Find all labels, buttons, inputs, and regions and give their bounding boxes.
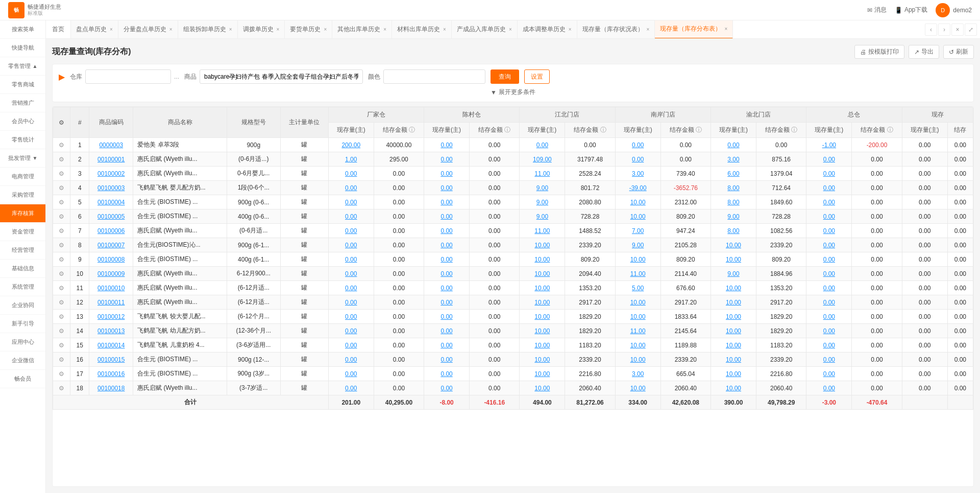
sidebar-item-member2[interactable]: 畅会员: [0, 370, 45, 388]
sidebar-item-marketing[interactable]: 营销推广: [0, 94, 45, 112]
row-gear[interactable]: ⚙: [53, 209, 70, 224]
sidebar-item-member[interactable]: 会员中心: [0, 112, 45, 131]
sidebar-item-finance[interactable]: 资金管理: [0, 223, 45, 241]
sidebar-item-basic[interactable]: 基础信息: [0, 260, 45, 278]
row-ys[interactable]: 10.00: [710, 310, 756, 324]
row-code[interactable]: 00100014: [89, 338, 133, 353]
row-ns[interactable]: 11.00: [615, 267, 660, 281]
expand-conditions-btn[interactable]: ▼ 展开更多条件: [491, 88, 535, 97]
row-gear[interactable]: ⚙: [53, 267, 70, 281]
warehouse-dots[interactable]: ...: [174, 73, 179, 80]
row-cs[interactable]: 0.00: [328, 281, 374, 295]
row-cs[interactable]: 0.00: [328, 381, 374, 395]
tab-close-all-btn[interactable]: ×: [951, 24, 964, 36]
row-js[interactable]: 10.00: [520, 381, 565, 395]
row-ts[interactable]: 0.00: [806, 338, 852, 353]
tab-item-10[interactable]: 现存量（库存分布表） ×: [655, 20, 733, 39]
row-ys[interactable]: 10.00: [710, 281, 756, 295]
row-ccs[interactable]: 0.00: [424, 238, 469, 252]
row-js[interactable]: 10.00: [520, 281, 565, 295]
row-gear[interactable]: ⚙: [53, 195, 70, 209]
row-ys[interactable]: 10.00: [710, 367, 756, 381]
row-ys[interactable]: 8.00: [710, 181, 756, 195]
sidebar-item-operations[interactable]: 经营管理: [0, 241, 45, 260]
row-ys[interactable]: 10.00: [710, 295, 756, 310]
row-js[interactable]: 9.00: [520, 195, 565, 209]
sidebar-item-retail-shop[interactable]: 零售商城: [0, 76, 45, 94]
row-js[interactable]: 10.00: [520, 252, 565, 267]
tab-close-9[interactable]: ×: [647, 27, 650, 32]
row-code[interactable]: 00100006: [89, 224, 133, 238]
row-ys[interactable]: 10.00: [710, 324, 756, 338]
row-cs[interactable]: 0.00: [328, 195, 374, 209]
row-ts[interactable]: 0.00: [806, 238, 852, 252]
row-code[interactable]: 00100007: [89, 238, 133, 252]
row-code[interactable]: 00100005: [89, 209, 133, 224]
row-code[interactable]: 00100003: [89, 181, 133, 195]
sidebar-item-quicknav[interactable]: 快捷导航: [0, 39, 45, 57]
tab-close-7[interactable]: ×: [509, 27, 512, 32]
row-ns[interactable]: 10.00: [615, 209, 660, 224]
row-ys[interactable]: 0.00: [710, 138, 756, 152]
row-cs[interactable]: 0.00: [328, 167, 374, 181]
tab-item-7[interactable]: 产成品入库单历史 ×: [452, 20, 518, 39]
row-ys[interactable]: 10.00: [710, 338, 756, 353]
row-ns[interactable]: 10.00: [615, 252, 660, 267]
row-js[interactable]: 10.00: [520, 310, 565, 324]
row-ccs[interactable]: 0.00: [424, 281, 469, 295]
row-gear[interactable]: ⚙: [53, 167, 70, 181]
tab-item-2[interactable]: 组装拆卸单历史 ×: [178, 20, 238, 39]
row-gear[interactable]: ⚙: [53, 252, 70, 267]
row-ys[interactable]: 10.00: [710, 353, 756, 367]
refresh-btn[interactable]: ↺ 刷新: [943, 45, 974, 59]
row-ts[interactable]: 0.00: [806, 152, 852, 167]
set-btn[interactable]: 设置: [524, 69, 550, 84]
row-ns[interactable]: 11.00: [615, 324, 660, 338]
row-ys[interactable]: 10.00: [710, 238, 756, 252]
row-ys[interactable]: 8.00: [710, 195, 756, 209]
row-ccs[interactable]: 0.00: [424, 295, 469, 310]
sidebar-item-wholesale[interactable]: 批发管理 ▼: [0, 149, 45, 168]
row-code[interactable]: 0000003: [89, 138, 133, 152]
row-ys[interactable]: 8.00: [710, 224, 756, 238]
row-cs[interactable]: 0.00: [328, 295, 374, 310]
sidebar-item-inventory[interactable]: 库存核算: [0, 204, 45, 223]
row-gear[interactable]: ⚙: [53, 281, 70, 295]
tab-fullscreen-btn[interactable]: ⤢: [965, 24, 977, 36]
row-cs[interactable]: 200.00: [328, 138, 374, 152]
tab-close-1[interactable]: ×: [169, 27, 173, 32]
row-cs[interactable]: 0.00: [328, 181, 374, 195]
tab-close-0[interactable]: ×: [110, 27, 113, 32]
row-js[interactable]: 10.00: [520, 367, 565, 381]
row-cs[interactable]: 0.00: [328, 224, 374, 238]
row-ns[interactable]: 3.00: [615, 367, 660, 381]
row-ys[interactable]: 9.00: [710, 209, 756, 224]
sidebar-item-purchase[interactable]: 采购管理: [0, 186, 45, 204]
tab-item-3[interactable]: 调拨单历史 ×: [238, 20, 285, 39]
row-cs[interactable]: 0.00: [328, 310, 374, 324]
row-ts[interactable]: 0.00: [806, 367, 852, 381]
row-ccs[interactable]: 0.00: [424, 138, 469, 152]
row-ts[interactable]: -1.00: [806, 138, 852, 152]
row-ccs[interactable]: 0.00: [424, 181, 469, 195]
row-cs[interactable]: 0.00: [328, 353, 374, 367]
row-ts[interactable]: 0.00: [806, 310, 852, 324]
row-js[interactable]: 10.00: [520, 353, 565, 367]
row-ns[interactable]: 7.00: [615, 224, 660, 238]
row-ts[interactable]: 0.00: [806, 353, 852, 367]
tab-item-4[interactable]: 要货单历史 ×: [285, 20, 332, 39]
warehouse-input[interactable]: [85, 69, 171, 84]
row-js[interactable]: 10.00: [520, 238, 565, 252]
row-ccs[interactable]: 0.00: [424, 324, 469, 338]
row-ns[interactable]: 10.00: [615, 295, 660, 310]
tab-close-8[interactable]: ×: [569, 27, 572, 32]
row-ns[interactable]: 10.00: [615, 195, 660, 209]
tab-home[interactable]: 首页: [46, 20, 71, 39]
row-ccs[interactable]: 0.00: [424, 195, 469, 209]
tab-item-9[interactable]: 现存量（库存状况表） ×: [577, 20, 655, 39]
row-ts[interactable]: 0.00: [806, 281, 852, 295]
row-js[interactable]: 11.00: [520, 167, 565, 181]
tab-close-3[interactable]: ×: [277, 27, 280, 32]
row-ts[interactable]: 0.00: [806, 252, 852, 267]
row-ccs[interactable]: 0.00: [424, 167, 469, 181]
